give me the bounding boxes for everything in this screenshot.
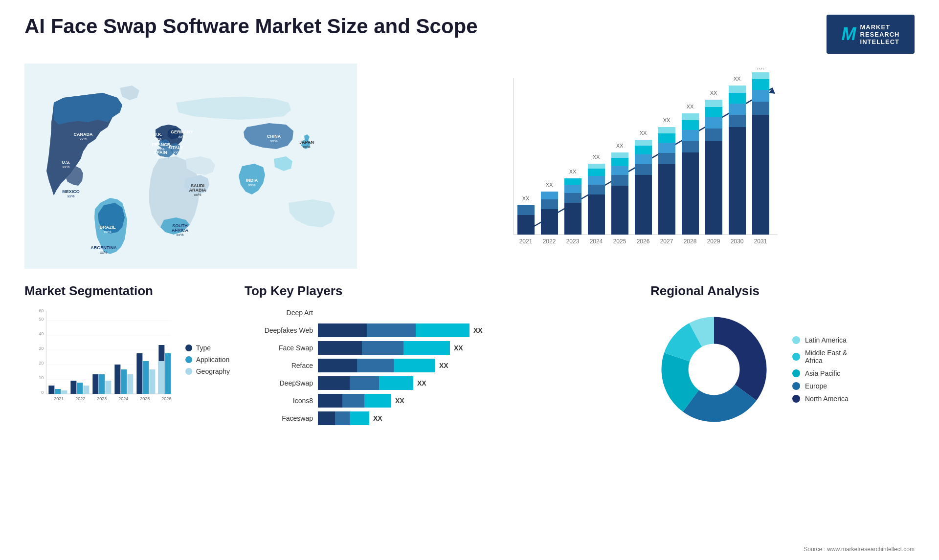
player-row-icons8: Icons8 XX: [245, 394, 636, 408]
logo: M MARKET RESEARCH INTELLECT: [827, 15, 915, 54]
bar-dark: [318, 411, 335, 425]
svg-rect-52: [588, 169, 605, 176]
svg-text:XX: XX: [687, 104, 694, 109]
key-players-title: Top Key Players: [245, 283, 636, 299]
bar-dark: [318, 323, 367, 337]
svg-text:xx%: xx%: [270, 139, 277, 143]
europe-label: Europe: [805, 382, 827, 390]
svg-text:ITALY: ITALY: [171, 145, 183, 150]
logo-box: M MARKET RESEARCH INTELLECT: [827, 15, 915, 54]
svg-rect-141: [158, 361, 164, 394]
svg-text:xx%: xx%: [156, 155, 164, 159]
svg-text:XX: XX: [569, 169, 577, 174]
svg-text:2025: 2025: [613, 238, 626, 245]
legend-geography: Geography: [185, 367, 230, 375]
svg-rect-122: [48, 386, 54, 394]
legend-north-america: North America: [792, 395, 849, 403]
svg-rect-64: [635, 146, 652, 154]
bar-mid: [357, 359, 394, 372]
svg-rect-37: [517, 215, 535, 235]
reface-value: XX: [439, 362, 448, 369]
world-map-svg: CANADA xx% U.S. xx% MEXICO xx% BRAZIL xx…: [24, 64, 357, 269]
faceswap-value: XX: [373, 414, 382, 422]
svg-rect-40: [541, 209, 558, 235]
player-name-deep-art: Deep Art: [245, 309, 313, 317]
bar-dark: [318, 341, 362, 355]
svg-rect-136: [149, 369, 155, 394]
svg-text:50: 50: [39, 317, 44, 322]
bar-mid: [342, 394, 364, 408]
icons8-bar-segments: [318, 394, 391, 408]
svg-text:20: 20: [39, 361, 44, 366]
player-name-face-swap: Face Swap: [245, 344, 313, 352]
key-players-section: Top Key Players Deep Art Deepfakes Web: [245, 279, 636, 438]
svg-rect-53: [588, 164, 605, 169]
svg-text:30: 30: [39, 346, 44, 351]
svg-rect-49: [588, 194, 605, 235]
player-row-deep-art: Deep Art: [245, 306, 636, 320]
svg-rect-75: [682, 130, 699, 141]
svg-text:2031: 2031: [754, 238, 767, 245]
bar-light: [416, 323, 470, 337]
segmentation-svg: 0 10 20 30 40 50 60: [24, 306, 176, 413]
face-swap-bar: XX: [318, 341, 463, 355]
bar-light: [394, 359, 435, 372]
asia-pacific-label: Asia Pacific: [805, 369, 840, 377]
svg-text:xx%: xx%: [194, 193, 201, 197]
svg-rect-80: [705, 129, 722, 141]
svg-text:xx%: xx%: [173, 150, 180, 154]
svg-rect-62: [635, 164, 652, 175]
regional-title: Regional Analysis: [650, 283, 915, 299]
icons8-bar: XX: [318, 394, 404, 408]
svg-rect-133: [127, 374, 133, 394]
svg-text:2027: 2027: [660, 238, 673, 245]
svg-text:2023: 2023: [97, 396, 107, 401]
svg-text:U.K.: U.K.: [154, 132, 162, 137]
svg-rect-47: [564, 178, 581, 185]
legend-type: Type: [185, 344, 230, 352]
svg-text:2028: 2028: [684, 238, 697, 245]
svg-rect-74: [682, 141, 699, 152]
deepfakes-web-bar: XX: [318, 323, 483, 337]
svg-rect-38: [517, 205, 535, 215]
latin-america-color: [792, 336, 800, 344]
svg-rect-94: [752, 79, 769, 90]
reface-bar-segments: [318, 359, 435, 372]
svg-text:2030: 2030: [731, 238, 744, 245]
svg-rect-91: [752, 115, 769, 235]
player-row-deepfakes-web: Deepfakes Web XX: [245, 323, 636, 337]
svg-rect-65: [635, 140, 652, 146]
deep-art-bar: [318, 306, 320, 320]
svg-text:xx%: xx%: [154, 137, 161, 141]
middle-east-color: [792, 353, 800, 361]
segmentation-section: Market Segmentation 0 10 20 30 40 50 60: [24, 279, 230, 438]
world-map-section: CANADA xx% U.S. xx% MEXICO xx% BRAZIL xx…: [24, 64, 357, 269]
bar-mid: [350, 376, 379, 390]
svg-rect-63: [635, 154, 652, 164]
bar-light: [350, 411, 369, 425]
svg-text:AFRICA: AFRICA: [172, 228, 188, 233]
svg-rect-73: [682, 152, 699, 235]
svg-rect-88: [729, 93, 746, 104]
logo-letter: M: [842, 24, 856, 44]
svg-rect-69: [658, 143, 675, 153]
asia-pacific-color: [792, 369, 800, 377]
svg-rect-77: [682, 113, 699, 120]
svg-rect-126: [77, 383, 83, 394]
svg-rect-93: [752, 90, 769, 102]
player-row-reface: Reface XX: [245, 359, 636, 372]
svg-rect-56: [611, 175, 628, 186]
bar-dark: [318, 376, 350, 390]
svg-text:GERMANY: GERMANY: [171, 129, 193, 134]
segmentation-title: Market Segmentation: [24, 283, 230, 299]
player-name-deepfakes-web: Deepfakes Web: [245, 326, 313, 334]
bar-mid: [335, 411, 350, 425]
svg-rect-67: [658, 164, 675, 235]
svg-rect-50: [588, 185, 605, 194]
bar-light: [379, 376, 413, 390]
deepswap-value: XX: [417, 379, 426, 387]
player-name-icons8: Icons8: [245, 397, 313, 405]
svg-rect-46: [564, 185, 581, 193]
geography-label: Geography: [196, 367, 230, 375]
latin-america-label: Latin America: [805, 336, 847, 344]
